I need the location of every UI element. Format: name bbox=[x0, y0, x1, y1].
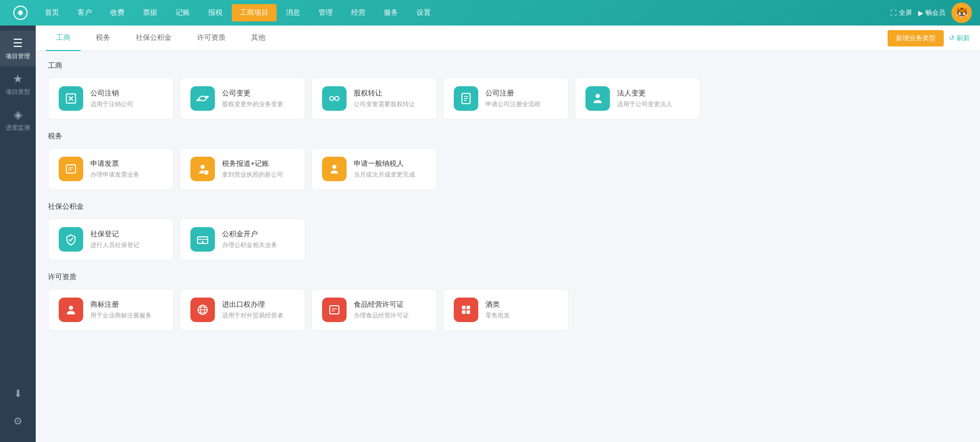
tab-shebao[interactable]: 社保公积金 bbox=[126, 26, 182, 51]
card-company-cancel[interactable]: 公司注销 适用于注销公司 bbox=[48, 78, 174, 119]
fullscreen-button[interactable]: ⛶ 全屏 bbox=[890, 8, 912, 17]
tab-zizhi[interactable]: 许可资质 bbox=[187, 26, 236, 51]
nav-home[interactable]: 首页 bbox=[36, 0, 68, 26]
card-text-social: 社保登记 进行人员社保登记 bbox=[90, 230, 139, 250]
nav-service[interactable]: 服务 bbox=[375, 0, 407, 26]
section-title-gongshang: 工商 bbox=[48, 61, 968, 70]
section-title-zizhi: 许可资质 bbox=[48, 273, 968, 282]
section-shebao: 社保公积金 社保登记 进行人员社保登记 bbox=[48, 202, 968, 260]
vip-icon: ▶ bbox=[918, 9, 923, 17]
nav-fee[interactable]: 收费 bbox=[101, 0, 134, 26]
card-text-change: 公司变更 股权变更外的业务变更 bbox=[222, 89, 283, 109]
sidebar-bottom: ⬇ ⚙ bbox=[0, 381, 36, 442]
settings-icon[interactable]: ⚙ bbox=[0, 408, 36, 434]
card-text-taxpayer: 申请一般纳税人 当月或次月成变更完成 bbox=[354, 159, 415, 179]
svg-point-6 bbox=[330, 96, 334, 101]
section-gongshang: 工商 公司注销 适用于注销公司 bbox=[48, 61, 968, 119]
card-icon-legal bbox=[585, 86, 610, 111]
nav-invoice[interactable]: 票据 bbox=[134, 0, 166, 26]
card-text-trademark: 商标注册 用于企业商标注册服务 bbox=[90, 300, 152, 320]
card-provident-fund[interactable]: 公积金开户 办理公积金相关业务 bbox=[180, 218, 305, 260]
nav-operation[interactable]: 经营 bbox=[342, 0, 375, 26]
section-title-shuiwu: 税务 bbox=[48, 132, 968, 141]
card-icon-taxpayer bbox=[322, 157, 347, 181]
logo-icon bbox=[5, 0, 36, 26]
svg-rect-14 bbox=[66, 165, 76, 173]
monitor-icon: ◈ bbox=[14, 108, 22, 121]
card-icon-provident bbox=[190, 227, 215, 252]
section-zizhi: 许可资质 商标注册 用于企业商标注册服务 bbox=[48, 273, 968, 331]
card-import-export[interactable]: 进出口权办理 适用于对外贸易经营者 bbox=[180, 289, 305, 331]
card-text-tax-report: 税务报道+记账 拿到营业执照的新公司 bbox=[222, 159, 283, 179]
sidebar-item-progress[interactable]: ◈ 进度监测 bbox=[0, 102, 36, 138]
svg-point-7 bbox=[335, 96, 339, 101]
card-text-invoice: 申请发票 办理申请发票业务 bbox=[90, 159, 139, 179]
sidebar: ☰ 项目管理 ★ 项目类型 ◈ 进度监测 ⬇ ⚙ bbox=[0, 26, 36, 442]
cards-zizhi: 商标注册 用于企业商标注册服务 bbox=[48, 289, 968, 331]
card-company-register[interactable]: 公司注册 申请公司注册全流程 bbox=[443, 78, 569, 119]
cards-shebao: 社保登记 进行人员社保登记 公积金 bbox=[48, 218, 968, 260]
main-layout: ☰ 项目管理 ★ 项目类型 ◈ 进度监测 ⬇ ⚙ 工商 税务 社保公积金 许可资… bbox=[0, 26, 980, 442]
tab-gongshang[interactable]: 工商 bbox=[46, 26, 81, 51]
tab-other[interactable]: 其他 bbox=[241, 26, 276, 51]
card-text-cancel: 公司注销 适用于注销公司 bbox=[90, 89, 133, 109]
card-tax-report[interactable]: + 税务报道+记账 拿到营业执照的新公司 bbox=[180, 148, 305, 190]
nav-client[interactable]: 客户 bbox=[68, 0, 101, 26]
nav-settings[interactable]: 设置 bbox=[407, 0, 440, 26]
svg-point-13 bbox=[596, 94, 600, 98]
nav-tax[interactable]: 报税 bbox=[199, 0, 232, 26]
refresh-icon: ↺ bbox=[949, 34, 954, 42]
section-title-shebao: 社保公积金 bbox=[48, 202, 968, 211]
card-icon-import-export bbox=[190, 298, 215, 322]
card-legal-change[interactable]: 法人变更 适用于公司变更法人 bbox=[575, 78, 700, 119]
svg-rect-33 bbox=[462, 306, 465, 309]
svg-point-24 bbox=[69, 306, 73, 310]
refresh-button[interactable]: ↺ 刷新 bbox=[949, 34, 970, 43]
card-icon-cancel bbox=[59, 86, 83, 111]
card-icon-register bbox=[454, 86, 478, 111]
svg-rect-34 bbox=[467, 306, 470, 309]
sidebar-item-project-manage[interactable]: ☰ 项目管理 bbox=[0, 31, 36, 66]
card-food-license[interactable]: 食品经营许可证 办理食品经营许可证 bbox=[311, 289, 437, 331]
card-liquor[interactable]: 酒类 零售批发 bbox=[443, 289, 569, 331]
fullscreen-icon: ⛶ bbox=[890, 9, 897, 17]
tab-shuiwu[interactable]: 税务 bbox=[86, 26, 120, 51]
svg-point-23 bbox=[202, 241, 204, 243]
svg-rect-30 bbox=[330, 306, 339, 314]
card-icon-invoice bbox=[59, 157, 83, 181]
card-text-legal: 法人变更 适用于公司变更法人 bbox=[617, 89, 672, 109]
list-icon: ☰ bbox=[13, 37, 23, 50]
mascot-icon[interactable]: 🐯 bbox=[951, 3, 972, 23]
card-trademark[interactable]: 商标注册 用于企业商标注册服务 bbox=[48, 289, 174, 331]
scroll-content[interactable]: 工商 公司注销 适用于注销公司 bbox=[36, 51, 980, 442]
nav-manage[interactable]: 管理 bbox=[309, 0, 342, 26]
vip-button[interactable]: ▶ 畅会员 bbox=[918, 8, 945, 17]
svg-rect-36 bbox=[467, 310, 470, 314]
card-icon-food bbox=[322, 298, 347, 322]
star-icon: ★ bbox=[13, 72, 23, 86]
card-company-change[interactable]: 公司变更 股权变更外的业务变更 bbox=[180, 78, 305, 119]
card-equity-transfer[interactable]: 股权转让 公司变更需要股权转让 bbox=[311, 78, 437, 119]
sidebar-item-project-type[interactable]: ★ 项目类型 bbox=[0, 66, 36, 102]
card-text-import-export: 进出口权办理 适用于对外贸易经营者 bbox=[222, 300, 283, 320]
nav-message[interactable]: 消息 bbox=[277, 0, 309, 26]
tab-actions: 新增业务类型 ↺ 刷新 bbox=[888, 30, 970, 46]
svg-text:+: + bbox=[205, 171, 207, 175]
card-icon-change bbox=[190, 86, 215, 111]
nav-bookkeeping[interactable]: 记账 bbox=[166, 0, 199, 26]
content-area: 工商 税务 社保公积金 许可资质 其他 新增业务类型 ↺ 刷新 工商 bbox=[36, 26, 980, 442]
card-taxpayer-apply[interactable]: 申请一般纳税人 当月或次月成变更完成 bbox=[311, 148, 437, 190]
card-icon-social bbox=[59, 227, 83, 252]
svg-point-20 bbox=[332, 165, 336, 169]
add-type-button[interactable]: 新增业务类型 bbox=[888, 30, 944, 46]
nav-biz[interactable]: 工商项目 bbox=[232, 4, 277, 21]
card-text-food: 食品经营许可证 办理食品经营许可证 bbox=[354, 300, 409, 320]
card-text-equity: 股权转让 公司变更需要股权转让 bbox=[354, 89, 415, 109]
card-icon-tax-report: + bbox=[190, 157, 215, 181]
download-icon[interactable]: ⬇ bbox=[0, 381, 36, 406]
card-invoice-apply[interactable]: 申请发票 办理申请发票业务 bbox=[48, 148, 174, 190]
nav-items: 首页 客户 收费 票据 记账 报税 工商项目 消息 管理 经营 服务 设置 bbox=[36, 0, 890, 26]
card-text-register: 公司注册 申请公司注册全流程 bbox=[485, 89, 541, 109]
card-social-insurance[interactable]: 社保登记 进行人员社保登记 bbox=[48, 218, 174, 260]
card-icon-equity bbox=[322, 86, 347, 111]
